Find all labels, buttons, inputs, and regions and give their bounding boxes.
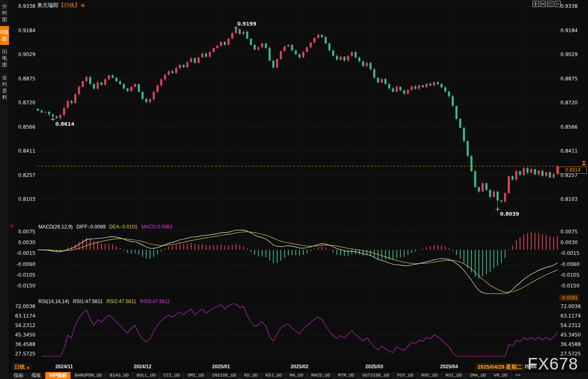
candle-body xyxy=(205,54,207,57)
macd-histogram-bar xyxy=(385,250,386,259)
toolbar-item-MA_UD[interactable]: MA_UD xyxy=(286,372,307,379)
candle-body xyxy=(534,169,536,174)
toolbar-item-KDJ_UD[interactable]: KDJ_UD xyxy=(262,372,286,379)
candle-body xyxy=(175,68,177,73)
sidebar-tab-闪电图[interactable]: 闪电图 xyxy=(0,45,9,71)
macd-histogram-bar xyxy=(191,243,192,250)
chart-canvas[interactable]: 0.93380.93380.91840.91840.90290.90290.88… xyxy=(0,0,588,362)
candle-body xyxy=(179,65,181,68)
candle-body xyxy=(418,85,420,89)
candle-body xyxy=(433,82,435,85)
toolbar-item-BIAS_UD[interactable]: BIAS_UD xyxy=(106,372,133,379)
macd-histogram-bar xyxy=(452,250,453,251)
rsi-title: RSI(14,14,14) xyxy=(38,299,69,304)
macd-histogram-bar xyxy=(228,245,229,250)
candle-body xyxy=(332,50,334,56)
macd-histogram-bar xyxy=(337,250,337,255)
trading-app: 0.93380.93380.91840.91840.90290.90290.88… xyxy=(0,0,588,379)
candle-body xyxy=(239,29,241,34)
macd-histogram-bar xyxy=(314,249,315,250)
candle-body xyxy=(78,87,80,94)
toolbar-item-BARUPDN_UD[interactable]: BARUPDN_UD xyxy=(71,372,106,379)
candle-body xyxy=(407,90,409,94)
compress-vertical-icon[interactable] xyxy=(547,1,553,7)
toolbar-item-INSIDE_UD[interactable]: INSIDE_UD xyxy=(208,372,240,379)
toolbar-item-RSI_UD[interactable]: RSI_UD xyxy=(442,372,466,379)
y-axis-label: -0.0150 xyxy=(16,283,35,289)
candle-body xyxy=(471,156,473,171)
candle-body xyxy=(310,42,312,47)
toolbar-item-模板[interactable]: 模板 xyxy=(28,372,45,379)
candle-body xyxy=(295,50,297,54)
candle-body xyxy=(340,56,342,60)
period-selector[interactable]: 日线▲ xyxy=(12,363,32,371)
toolbar-item-VIP指标[interactable]: VIP指标 xyxy=(45,372,71,379)
toolbar-item-PSY_UD[interactable]: PSY_UD xyxy=(394,372,418,379)
candle-body xyxy=(115,78,117,81)
macd-histogram-bar xyxy=(153,250,154,257)
chart-tool-group xyxy=(532,1,561,7)
sidebar-tab-合约资料[interactable]: 合约资料 xyxy=(0,71,9,104)
macd-histogram-bar xyxy=(408,250,408,255)
candle-body xyxy=(89,77,91,84)
candle-body xyxy=(220,42,222,45)
toolbar-item-指标[interactable]: 指标 xyxy=(10,372,28,379)
candle-body xyxy=(48,112,50,114)
macd-diff-value: DIFF:-0.0069 xyxy=(76,224,105,230)
macd-histogram-bar xyxy=(422,249,423,250)
latest-marker-icon xyxy=(582,163,586,165)
y-axis-label: 0.0030 xyxy=(560,240,578,245)
candle-body xyxy=(523,168,525,175)
macd-histogram-bar xyxy=(101,243,102,250)
macd-histogram-bar xyxy=(490,250,490,273)
macd-histogram-bar xyxy=(239,245,240,250)
macd-dea-value: DEA:-0.0101 xyxy=(109,224,138,230)
y-axis-label: 72.0036 xyxy=(15,304,35,309)
macd-histogram-bar xyxy=(209,245,210,250)
toolbar-item->>[interactable]: >> xyxy=(511,372,525,379)
sidebar-tab-K线图[interactable]: K线图 xyxy=(0,26,9,45)
candle-body xyxy=(198,57,200,63)
toolbar-item-DMI_UD[interactable]: DMI_UD xyxy=(184,372,208,379)
sidebar-tab-分时图[interactable]: 分时图 xyxy=(0,0,9,26)
macd-histogram-bar xyxy=(243,246,244,250)
toolbar-item-CCI_UD[interactable]: CCI_UD xyxy=(160,372,184,379)
toolbar-item-MTM_UD[interactable]: MTM_UD xyxy=(334,372,358,379)
macd-histogram-bar xyxy=(508,250,509,251)
rsi-label-row: RSI(14,14,14)RSI1:47.5811RSI2:47.5811RSI… xyxy=(38,299,173,304)
indicator-marker-icon[interactable] xyxy=(9,223,14,230)
crosshair-pan-icon[interactable] xyxy=(532,1,539,7)
toolbar-item-BOLL_UD[interactable]: BOLL_UD xyxy=(133,372,160,379)
macd-histogram-bar xyxy=(449,248,450,250)
candle-body xyxy=(242,32,244,34)
toolbar-item-KD_UD[interactable]: KD_UD xyxy=(240,372,262,379)
macd-histogram-bar xyxy=(284,250,285,258)
candle-body xyxy=(265,43,267,48)
macd-histogram-bar xyxy=(370,250,371,256)
macd-histogram-bar xyxy=(262,250,262,257)
macd-histogram-bar xyxy=(501,250,502,263)
macd-histogram-bar xyxy=(251,250,251,252)
crosshair-icon[interactable]: ⊕ xyxy=(81,2,85,8)
candle-body xyxy=(426,84,428,87)
toolbar-item-OUTSIDE_UD[interactable]: OUTSIDE_UD xyxy=(358,372,394,379)
macd-histogram-bar xyxy=(404,250,405,257)
bottom-toolbar: 指标模板VIP指标BARUPDN_UDBIAS_UDBOLL_UDCCI_UDD… xyxy=(0,372,588,379)
candle-body xyxy=(354,52,356,57)
candle-body xyxy=(52,115,54,117)
candle-body xyxy=(455,106,457,119)
macd-histogram-bar xyxy=(497,250,498,266)
macd-histogram-bar xyxy=(437,245,438,250)
candle-body xyxy=(276,59,278,68)
y-axis-label: 36.4588 xyxy=(560,341,581,347)
toolbar-item-VR_UD[interactable]: VR_UD xyxy=(490,372,511,379)
compress-horizontal-icon[interactable] xyxy=(540,1,546,7)
y-axis-label: 0.8875 xyxy=(18,76,35,82)
candle-body xyxy=(112,75,114,78)
macd-histogram-bar xyxy=(63,250,64,250)
toolbar-item-SMA_UD[interactable]: SMA_UD xyxy=(466,372,490,379)
toolbar-item-MACD_UD[interactable]: MACD_UD xyxy=(307,372,334,379)
toolbar-item-ROC_UD[interactable]: ROC_UD xyxy=(418,372,442,379)
shift-right-icon[interactable] xyxy=(555,1,561,7)
y-axis-label: 0.8566 xyxy=(560,124,578,130)
